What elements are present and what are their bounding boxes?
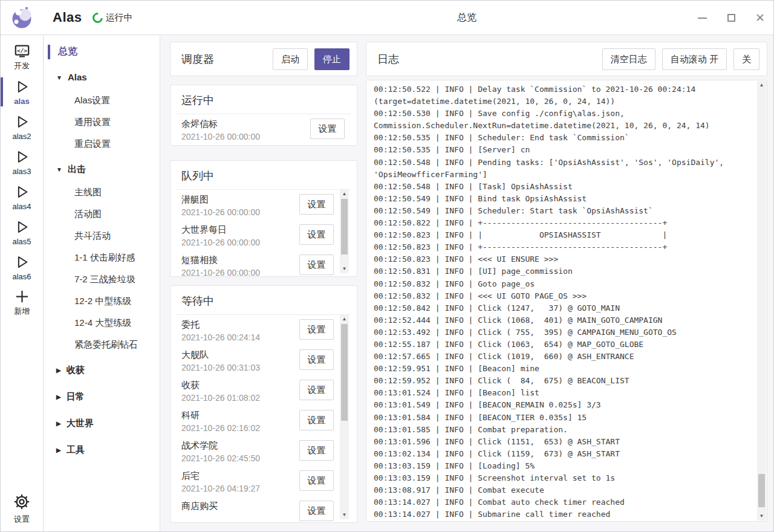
sidebar-item-label: alas5 (12, 237, 31, 246)
sidebar-item-label: alas6 (12, 272, 31, 281)
sidebar-item-label: alas (14, 97, 29, 106)
scheduler-panel: 调度器 启动 停止 (170, 42, 357, 76)
sidebar-item-alas3[interactable]: alas3 (1, 144, 43, 180)
nav-group-日常[interactable]: ▶日常 (44, 385, 160, 409)
nav-item-主线图[interactable]: 主线图 (44, 182, 160, 204)
sidebar-item-alas4[interactable]: alas4 (1, 180, 43, 215)
task-row: 委托2021-10-26 00:24:14设置 (171, 315, 357, 345)
nav-item-活动图[interactable]: 活动图 (44, 204, 160, 225)
task-settings-button[interactable]: 设置 (299, 224, 334, 245)
page-title: 总览 (160, 11, 773, 24)
sidebar-item-alas2[interactable]: alas2 (1, 109, 43, 144)
sidebar-item-新增[interactable]: 新增 (1, 285, 43, 320)
task-row: 余烬信标2021-10-26 00:00:00设置 (171, 114, 357, 144)
task-name: 战术学院 (181, 439, 296, 452)
nav-item-Alas设置[interactable]: Alas设置 (44, 90, 160, 112)
plus-icon (14, 288, 30, 305)
profile-sidebar: </>开发alasalas2alas3alas4alas5alas6新增 设置 (1, 36, 44, 531)
nav-group-工具[interactable]: ▶工具 (44, 438, 160, 462)
sidebar-item-label: alas3 (12, 167, 31, 176)
nav-item-1-1 伏击刷好感[interactable]: 1-1 伏击刷好感 (44, 247, 160, 269)
nav-group-label: Alas (68, 72, 87, 82)
app-name: Alas (53, 10, 82, 25)
scroll-up-icon[interactable]: ▲ (757, 81, 766, 89)
task-row: 收获2021-10-26 01:08:02设置 (171, 375, 357, 406)
scroll-down-icon[interactable]: ▼ (757, 512, 766, 521)
task-settings-button[interactable]: 设置 (299, 319, 334, 340)
task-name: 大舰队 (181, 348, 296, 361)
log-autoscroll-button[interactable]: 自动滚动 开 (662, 48, 727, 70)
task-next-run-time: 2021-10-26 02:16:02 (181, 421, 296, 435)
play-icon (14, 114, 30, 131)
nav-item-重启设置[interactable]: 重启设置 (44, 134, 160, 155)
nav-item-12-2 中型练级[interactable]: 12-2 中型练级 (44, 291, 160, 313)
scheduler-start-button[interactable]: 启动 (273, 48, 308, 70)
task-row: 后宅2021-10-26 04:19:27设置 (171, 466, 357, 496)
scrollbar-thumb[interactable] (341, 324, 348, 421)
nav-group-Alas[interactable]: ▼Alas (44, 66, 160, 90)
scroll-down-icon[interactable]: ▼ (340, 511, 349, 519)
nav-item-7-2 三战捡垃圾[interactable]: 7-2 三战捡垃圾 (44, 269, 160, 291)
scrollbar-thumb[interactable] (758, 474, 765, 507)
scroll-up-icon[interactable]: ▲ (340, 190, 349, 198)
queued-scrollbar[interactable]: ▲ ▼ (340, 190, 349, 273)
task-row: 潜艇图2021-10-26 00:00:00设置 (171, 190, 357, 220)
task-next-run-time: 2021-10-26 02:45:50 (181, 452, 296, 465)
sidebar-item-alas5[interactable]: alas5 (1, 215, 43, 250)
log-off-button[interactable]: 关 (733, 48, 759, 70)
scroll-down-icon[interactable]: ▼ (340, 265, 349, 273)
task-settings-button[interactable]: 设置 (299, 440, 334, 461)
task-settings-button[interactable]: 设置 (299, 255, 334, 275)
scheduler-stop-button[interactable]: 停止 (314, 48, 350, 70)
nav-item-共斗活动[interactable]: 共斗活动 (44, 225, 160, 247)
task-settings-button[interactable]: 设置 (310, 118, 345, 139)
close-button[interactable]: ✕ (753, 11, 767, 25)
task-name: 短猫相接 (181, 253, 296, 266)
task-settings-button[interactable]: 设置 (299, 410, 334, 430)
scroll-up-icon[interactable]: ▲ (340, 315, 349, 323)
sidebar-item-alas6[interactable]: alas6 (1, 250, 43, 285)
task-settings-button[interactable]: 设置 (299, 501, 334, 521)
nav-group-收获[interactable]: ▶收获 (44, 358, 160, 383)
scheduler-status-text: 运行中 (105, 12, 132, 24)
nav-item-紧急委托刷钻石[interactable]: 紧急委托刷钻石 (44, 334, 160, 356)
nav-item-12-4 大型练级[interactable]: 12-4 大型练级 (44, 313, 160, 334)
window-controls: ✕ (695, 1, 767, 35)
sidebar-item-开发[interactable]: </>开发 (1, 39, 43, 74)
dev-monitor-icon: </> (14, 42, 30, 59)
nav-item-总览[interactable]: 总览 (44, 41, 160, 63)
nav-group-label: 大世界 (67, 418, 94, 428)
svg-text:</>: </> (16, 47, 27, 53)
task-settings-button[interactable]: 设置 (299, 380, 334, 400)
task-name: 收获 (181, 378, 296, 391)
waiting-scrollbar[interactable]: ▲ ▼ (340, 315, 349, 519)
play-icon (14, 219, 30, 236)
maximize-button[interactable] (724, 11, 738, 25)
nav-group-出击[interactable]: ▼出击 (44, 158, 160, 182)
sidebar-profile-list: </>开发alasalas2alas3alas4alas5alas6新增 (1, 39, 43, 320)
nav-item-通用设置[interactable]: 通用设置 (44, 112, 160, 134)
running-task-list: 余烬信标2021-10-26 00:00:00设置 (171, 114, 357, 147)
maximize-icon (727, 14, 735, 22)
triangle-right-icon: ▶ (56, 367, 61, 374)
sidebar-item-settings[interactable]: 设置 (1, 491, 43, 527)
minimize-icon (698, 18, 707, 19)
nav-group-label: 日常 (67, 391, 85, 401)
waiting-task-list: 委托2021-10-26 00:24:14设置大舰队2021-10-26 00:… (171, 315, 357, 524)
task-settings-button[interactable]: 设置 (299, 349, 334, 370)
task-settings-button[interactable]: 设置 (299, 194, 334, 215)
task-name: 科研 (181, 409, 296, 421)
nav-group-label: 出击 (68, 164, 86, 174)
task-settings-button[interactable]: 设置 (299, 470, 334, 491)
log-clear-button[interactable]: 清空日志 (602, 48, 655, 70)
titlebar: Alas 运行中 总览 ✕ (1, 1, 773, 35)
task-next-run-time: 2021-10-26 00:00:00 (181, 206, 296, 219)
nav-group-label: 工具 (67, 444, 85, 455)
sidebar-item-alas[interactable]: alas (1, 74, 43, 109)
log-scrollbar[interactable]: ▲ ▼ (757, 81, 766, 521)
log-title: 日志 (377, 52, 602, 66)
nav-group-大世界[interactable]: ▶大世界 (44, 412, 160, 436)
scrollbar-thumb[interactable] (341, 199, 348, 255)
minimize-button[interactable] (695, 11, 709, 25)
triangle-right-icon: ▶ (56, 394, 61, 400)
